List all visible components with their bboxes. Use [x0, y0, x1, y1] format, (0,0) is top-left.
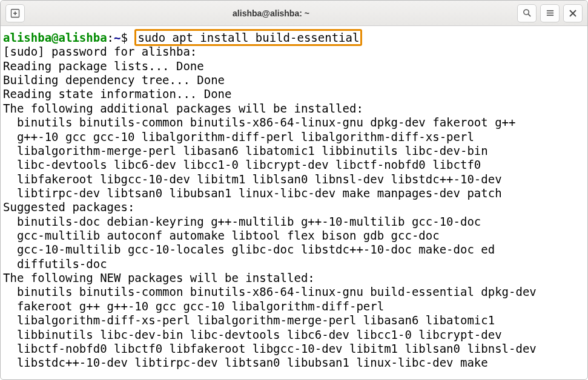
prompt-user-host: alishba@alishba	[3, 31, 107, 44]
output-line: g++-10 gcc gcc-10 libalgorithm-diff-perl…	[3, 130, 474, 143]
highlighted-command: sudo apt install build-essential	[134, 29, 362, 46]
new-tab-button[interactable]	[5, 4, 25, 22]
prompt-path: ~	[114, 31, 121, 44]
terminal-content[interactable]: alishba@alishba:~$ sudo apt install buil…	[1, 26, 587, 379]
prompt-colon: :	[107, 31, 114, 44]
output-line: gcc-10-multilib gcc-10-locales glibc-doc…	[3, 243, 495, 256]
new-tab-icon	[10, 8, 20, 18]
output-line: libtirpc-dev libtsan0 libubsan1 linux-li…	[3, 186, 502, 200]
output-line: Building dependency tree... Done	[3, 73, 225, 87]
titlebar: alishba@alishba: ~	[1, 1, 587, 26]
terminal-window: alishba@alishba: ~ alishba@alishba:~$ su…	[0, 0, 588, 380]
window-title: alishba@alishba: ~	[25, 8, 517, 18]
output-line: Suggested packages:	[3, 200, 134, 214]
svg-line-4	[528, 14, 530, 16]
output-line: fakeroot g++ g++-10 gcc gcc-10 libalgori…	[3, 300, 384, 313]
output-line: diffutils-doc	[3, 257, 107, 270]
output-line: The following NEW packages will be insta…	[3, 271, 315, 284]
output-line: libbinutils libc-dev-bin libc-devtools l…	[3, 328, 502, 341]
output-line: Reading state information... Done	[3, 87, 232, 100]
close-button[interactable]	[563, 4, 583, 22]
output-line: libc-devtools libc6-dev libcc1-0 libcryp…	[3, 158, 481, 171]
output-line: libfakeroot libgcc-10-dev libitm1 liblsa…	[3, 172, 502, 186]
output-line: libstdc++-10-dev libtirpc-dev libtsan0 l…	[3, 356, 488, 369]
output-line: libalgorithm-merge-perl libasan6 libatom…	[3, 144, 488, 157]
svg-point-3	[523, 10, 528, 15]
output-line: libalgorithm-diff-xs-perl libalgorithm-m…	[3, 313, 495, 327]
output-line: binutils-doc debian-keyring g++-multilib…	[3, 215, 481, 228]
output-line: The following additional packages will b…	[3, 102, 363, 115]
output-line: Reading package lists... Done	[3, 59, 204, 73]
output-line: libctf-nobfd0 libctf0 libfakeroot libgcc…	[3, 342, 537, 355]
close-icon	[569, 10, 576, 17]
output-line: binutils binutils-common binutils-x86-64…	[3, 116, 515, 129]
output-line: gcc-multilib autoconf automake libtool f…	[3, 229, 440, 242]
search-button[interactable]	[517, 4, 537, 22]
prompt-dollar: $	[121, 31, 135, 44]
search-icon	[523, 8, 532, 18]
output-line: [sudo] password for alishba:	[3, 45, 197, 58]
output-line: binutils binutils-common binutils-x86-64…	[3, 285, 537, 298]
menu-icon	[546, 8, 555, 18]
menu-button[interactable]	[540, 4, 560, 22]
